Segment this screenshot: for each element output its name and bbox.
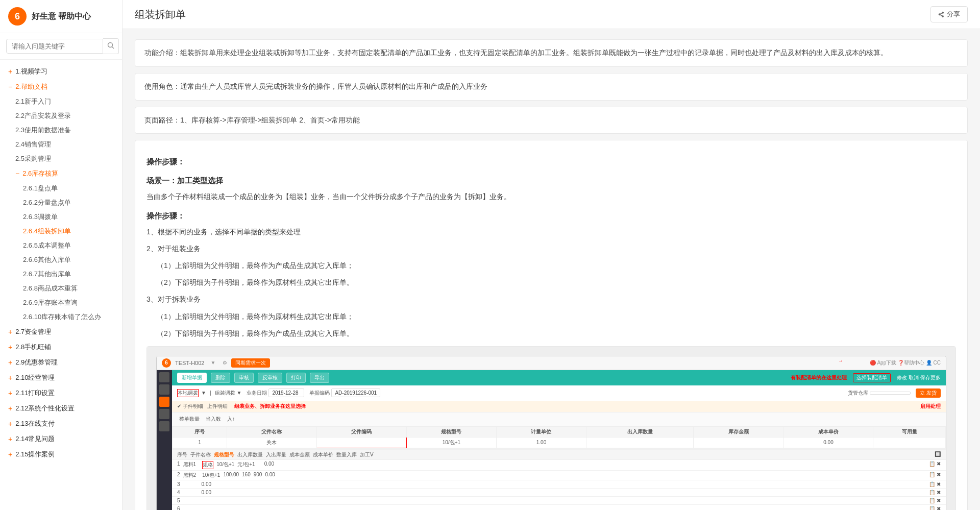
toolbar-btn-export[interactable]: 导出 <box>310 373 329 383</box>
app-window: 6 TEST-H002 ▼ ⚙ 同期需求一次 🔴 App下载 ❓帮助中心 👤 C… <box>156 356 946 510</box>
sidebar-item-2.7[interactable]: + 2.7资金管理 <box>0 324 122 339</box>
ops-steps-title: 操作步骤： <box>146 209 956 223</box>
main-content: 组装拆卸单 分享 功能介绍：组装拆卸单用来处理企业组装或拆卸等加工业务，支持有固… <box>122 0 980 510</box>
scene-desc: 当由多个子件材料组装成一个成品的业务为【组装】业务，当由一个父件拆分成多个子产品… <box>146 190 956 203</box>
logo-bar: 6 好生意 帮助中心 <box>0 0 122 33</box>
intro-block: 功能介绍：组装拆卸单用来处理企业组装或拆卸等加工业务，支持有固定装配清单的产品加… <box>135 39 968 67</box>
form-field-date: 业务日期 2019-12-28 <box>247 388 304 397</box>
nav-list: + 1.视频学习 − 2.帮助文档 2.1新手入门 2.2产品安装及登录 2.3… <box>0 60 122 510</box>
app-mini-nav <box>157 370 172 510</box>
sidebar-item-2.6.5[interactable]: 2.6.5成本调整单 <box>0 238 122 253</box>
sidebar-item-2.3[interactable]: 2.3使用前数据准备 <box>0 123 122 137</box>
sidebar-item-2.6.3[interactable]: 2.6.3调拨单 <box>0 210 122 224</box>
path-block: 页面路径：1、库存核算->库存管理->组装拆卸单 2、首页->常用功能 <box>135 107 968 134</box>
logo-text: 好生意 帮助中心 <box>32 11 91 22</box>
subtable-header-row: 序号 子件名称 规格型号 出入库数量 入出库量 成本金额 成本单价 数量入库 加… <box>172 450 946 460</box>
sidebar-item-2.15[interactable]: + 2.15操作案例 <box>0 447 122 462</box>
app-main: 新增单据 删除 审核 反审核 打印 导出 有装配清单的在这里处理 选择装 <box>172 370 946 510</box>
step2: 2、对于组装业务 <box>146 242 956 255</box>
sidebar-item-2.5[interactable]: 2.5采购管理 <box>0 152 122 166</box>
subtable-body: 1 黑料1 规格 10/包+1 元/包+1 0.00 <box>172 460 946 510</box>
form-field-code: 单据编码 AD-20191226-001 <box>309 388 380 397</box>
app-id: TEST-H002 <box>175 360 204 366</box>
toolbar-btn-delete[interactable]: 删除 <box>211 373 230 383</box>
app-toolbar: 新增单据 删除 审核 反审核 打印 导出 有装配清单的在这里处理 选择装 <box>172 370 946 385</box>
sidebar-item-docs[interactable]: − 2.帮助文档 <box>0 79 122 94</box>
sidebar-item-video[interactable]: + 1.视频学习 <box>0 64 122 79</box>
annotation2-text: 组装业务、拆卸业务在这里选择 <box>234 403 306 409</box>
share-button[interactable]: 分享 <box>930 6 968 22</box>
step3: 3、对于拆装业务 <box>146 293 956 306</box>
annotation3-text: 启用处理 <box>920 403 941 410</box>
minus-icon: − <box>8 83 12 91</box>
sidebar-item-2.6.10[interactable]: 2.6.10库存账本错了怎么办 <box>0 310 122 324</box>
search-button[interactable] <box>103 38 119 54</box>
app-form-area: 本地调拨 ▼ | 组装调拨 ▼ 业务日期 2019-12-28 <box>172 385 946 401</box>
sidebar-item-2.6[interactable]: − 2.6库存核算 <box>0 166 122 181</box>
ops-title: 操作步骤： <box>146 155 956 168</box>
table-row: 4 0.00 📋 ✖ <box>172 489 946 497</box>
screenshot-container: 6 TEST-H002 ▼ ⚙ 同期需求一次 🔴 App下载 ❓帮助中心 👤 C… <box>146 346 956 510</box>
app-subtabs: 整单数量 当入数 入↑ <box>172 412 946 426</box>
svg-line-1 <box>112 47 114 49</box>
annotation1-text: 有装配清单的在这里处理 <box>791 374 847 381</box>
top-bar: 组装拆卸单 分享 <box>122 0 980 29</box>
step2-1: （1）上部明细为父件明细，最终作为产成品生成其它入库单； <box>157 259 956 272</box>
sidebar-item-2.2[interactable]: 2.2产品安装及登录 <box>0 109 122 123</box>
table-row: 1 黑料1 规格 10/包+1 元/包+1 0.00 <box>172 460 946 471</box>
table-row: 3 0.00 📋 ✖ <box>172 480 946 489</box>
sidebar-item-2.6.7[interactable]: 2.6.7其他出库单 <box>0 267 122 281</box>
steps-block: 操作步骤： 场景一：加工类型选择 当由多个子件材料组装成一个成品的业务为【组装】… <box>135 140 968 510</box>
toolbar-btn-print[interactable]: 打印 <box>286 373 306 383</box>
sidebar-item-2.6.9[interactable]: 2.6.9库存账本查询 <box>0 296 122 310</box>
annotation1-btn: 选择装配清单 <box>853 373 891 382</box>
sidebar-item-2.9[interactable]: + 2.9优惠券管理 <box>0 355 122 370</box>
step3-2: （2）下部明细为子件明细，最终作为产成品生成其它入库单。 <box>157 327 956 340</box>
app-body: 新增单据 删除 审核 反审核 打印 导出 有装配清单的在这里处理 选择装 <box>157 370 946 510</box>
confirm-btn[interactable]: 立 发货 <box>916 388 941 398</box>
sidebar-item-2.4[interactable]: 2.4销售管理 <box>0 137 122 152</box>
scene-title: 场景一：加工类型选择 <box>146 174 956 187</box>
sidebar-item-2.6.1[interactable]: 2.6.1盘点单 <box>0 181 122 196</box>
search-bar <box>0 33 122 60</box>
step2-2: （2）下部明细为子件明细，最终作为原材料生成其它出库单。 <box>157 276 956 289</box>
sidebar-item-2.12[interactable]: + 2.12系统个性化设置 <box>0 401 122 416</box>
parent-table: 序号 父件名称 父件编码 规格型号 计量单位 出入库数量 库存金额 成本单价 <box>172 426 946 448</box>
sidebar-item-2.6.2[interactable]: 2.6.2分量盘点单 <box>0 196 122 210</box>
sidebar-item-2.6.4[interactable]: 2.6.4组装拆卸单 <box>0 224 122 238</box>
svg-point-0 <box>108 43 113 47</box>
step3-1: （1）上部明细为父件明细，最终作为原材料生成其它出库单； <box>157 310 956 323</box>
page-title: 组装拆卸单 <box>135 8 186 21</box>
plus-icon: + <box>8 67 12 76</box>
sidebar: 6 好生意 帮助中心 + 1.视频学习 − 2.帮助文档 2.1新手入门 2.2… <box>0 0 122 510</box>
sidebar-item-2.6.8[interactable]: 2.6.8商品成本重算 <box>0 281 122 296</box>
app-nav-btn: 同期需求一次 <box>231 358 270 368</box>
share-icon <box>938 11 944 17</box>
role-block: 使用角色：通常由生产人员或库管人员完成拆装业务的操作，库管人员确认原材料的出库和… <box>135 73 968 101</box>
sidebar-item-2.10[interactable]: + 2.10经营管理 <box>0 370 122 385</box>
table-row: 1 关木 10/包+1 1.00 0.00 <box>173 437 946 448</box>
toolbar-btn-review[interactable]: 审核 <box>234 373 254 383</box>
step1: 1、根据不同的业务，选择不同单据的类型来处理 <box>146 226 956 238</box>
app-logo-small: 6 <box>162 358 171 368</box>
toolbar-btn-unreview[interactable]: 反审核 <box>258 373 282 383</box>
table-row: 2 黑料2 10/包+1 100.00 160 900 0.00 <box>172 471 946 480</box>
sidebar-item-2.6.6[interactable]: 2.6.6其他入库单 <box>0 253 122 267</box>
sidebar-item-2.8[interactable]: + 2.8手机旺铺 <box>0 339 122 355</box>
table-row: 5 📋 ✖ <box>172 497 946 505</box>
sidebar-item-2.14[interactable]: + 2.14常见问题 <box>0 431 122 447</box>
logo-icon: 6 <box>8 7 27 26</box>
search-input[interactable] <box>6 39 103 54</box>
table-row: 6 📋 ✖ <box>172 505 946 510</box>
form-field-warehouse: 货管仓库 <box>848 390 911 397</box>
app-topbar: 6 TEST-H002 ▼ ⚙ 同期需求一次 🔴 App下载 ❓帮助中心 👤 C… <box>157 356 946 370</box>
sidebar-item-2.1[interactable]: 2.1新手入门 <box>0 94 122 109</box>
toolbar-btn-new[interactable]: 新增单据 <box>177 373 207 383</box>
sidebar-item-2.11[interactable]: + 2.11打印设置 <box>0 385 122 401</box>
minus-icon-2.6: − <box>15 169 19 178</box>
sidebar-item-2.13[interactable]: + 2.13在线支付 <box>0 416 122 431</box>
form-field-type: 本地调拨 ▼ | 组装调拨 ▼ <box>177 389 241 397</box>
annotation2-area: ✔ 子件明细 上件明细 组装业务、拆卸业务在这里选择 启用处理 <box>172 401 946 412</box>
search-icon <box>107 42 114 49</box>
content-area: 功能介绍：组装拆卸单用来处理企业组装或拆卸等加工业务，支持有固定装配清单的产品加… <box>122 29 980 510</box>
